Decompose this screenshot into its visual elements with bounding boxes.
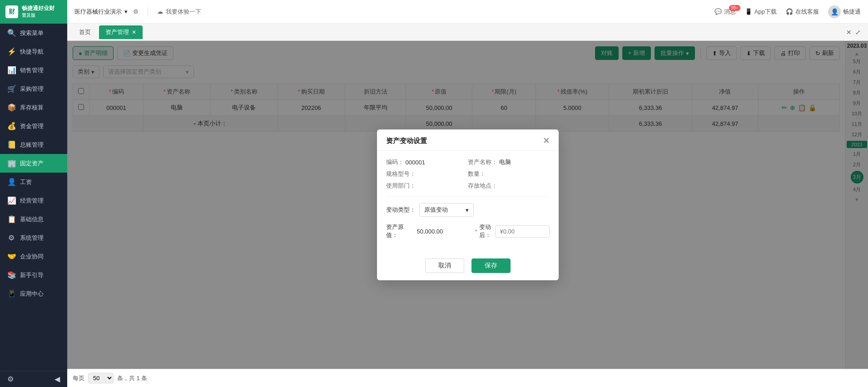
sidebar-item-ledger-label: 总账管理: [20, 141, 44, 149]
asset-icon: 🏢: [7, 159, 15, 168]
sidebar-item-appstore-label: 应用中心: [20, 290, 44, 298]
payroll-icon: 👤: [7, 178, 15, 186]
sidebar-nav: 🔍 搜索菜单 ⚡ 快捷导航 📊 销售管理 🛒 采购管理 📦 库存核算 💰 资金管…: [0, 24, 67, 371]
sidebar-item-ledger[interactable]: 📒 总账管理: [0, 135, 67, 154]
ledger-icon: 📒: [7, 140, 15, 149]
sidebar-item-asset-label: 固定资产: [20, 159, 44, 168]
sidebar: 财 畅捷通好业财 普及版 🔍 搜索菜单 ⚡ 快捷导航 📊 销售管理 🛒 采购管理…: [0, 0, 67, 387]
service-icon: 🎧: [786, 8, 793, 15]
system-icon: ⚙: [7, 233, 15, 242]
topbar-right: 💬 消息 99+ 📱 App下载 🎧 在线客服 👤 畅捷通: [714, 5, 861, 18]
message-badge: 99+: [729, 5, 740, 11]
total-count-label: 条，共 1 条: [117, 374, 147, 382]
tab-asset-label: 资产管理: [105, 28, 129, 36]
modal-footer: 取消 保存: [377, 253, 559, 280]
topbar: 医疗器械行业演示 ▾ ⚙ ☁ 我要体验一下 💬 消息 99+ 📱 App下载 🎧…: [67, 0, 868, 24]
cancel-button[interactable]: 取消: [425, 258, 464, 273]
page-footer: 每页 50 100 条，共 1 条: [67, 369, 868, 387]
modal-location-item: 存放地点：: [468, 182, 550, 190]
tab-close-icon[interactable]: ✕: [132, 29, 136, 35]
settings-bottom-icon[interactable]: ⚙: [7, 375, 14, 383]
modal-change-type-field: 变动类型： 原值变动 ▾: [386, 203, 550, 217]
company-name: 医疗器械行业演示: [74, 8, 122, 16]
change-type-dropdown-icon: ▾: [466, 207, 469, 213]
avatar: 👤: [828, 5, 841, 18]
logo-text: 畅捷通好业财 普及版: [22, 5, 55, 19]
modal-overlay: 资产变动设置 ✕ 编码： 000001 资产名称： 电脑: [67, 41, 868, 369]
finance-icon: 💰: [7, 122, 15, 130]
sidebar-logo: 财 畅捷通好业财 普及版: [0, 0, 67, 24]
change-type-label: 变动类型：: [386, 206, 416, 214]
sidebar-item-corp-label: 企业协同: [20, 253, 44, 261]
modal-info-grid: 编码： 000001 资产名称： 电脑 规格型号： 数量：: [386, 158, 550, 197]
original-value-label: 资产原值：: [386, 223, 413, 239]
download-btn[interactable]: 📱 App下载: [745, 8, 777, 16]
company-selector[interactable]: 医疗器械行业演示 ▾: [74, 8, 128, 16]
appstore-icon: 📱: [7, 289, 15, 298]
after-change-input[interactable]: [495, 225, 550, 238]
tab-asset-management[interactable]: 资产管理 ✕: [99, 25, 143, 39]
window-minimize-icon[interactable]: ✕: [844, 27, 853, 38]
message-btn[interactable]: 💬 消息 99+: [714, 8, 736, 16]
sidebar-item-finance-label: 资金管理: [20, 122, 44, 130]
sidebar-item-inventory[interactable]: 📦 库存核算: [0, 98, 67, 117]
per-page-label: 每页: [73, 374, 84, 382]
cloud-icon: ☁: [157, 8, 163, 15]
service-btn[interactable]: 🎧 在线客服: [786, 8, 819, 16]
sidebar-item-purchase[interactable]: 🛒 采购管理: [0, 79, 67, 98]
user-btn[interactable]: 👤 畅捷通: [828, 5, 861, 18]
sidebar-item-asset[interactable]: 🏢 固定资产: [0, 154, 67, 173]
purchase-icon: 🛒: [7, 84, 15, 93]
modal-asset-name-value: 电脑: [499, 158, 511, 166]
settings-icon[interactable]: ⚙: [133, 8, 139, 15]
main-area: 医疗器械行业演示 ▾ ⚙ ☁ 我要体验一下 💬 消息 99+ 📱 App下载 🎧…: [67, 0, 868, 387]
sidebar-bottom: ⚙ ◀: [0, 371, 67, 387]
window-maximize-icon[interactable]: ⤢: [853, 27, 863, 38]
modal-header: 资产变动设置 ✕: [377, 129, 559, 151]
experience-btn[interactable]: ☁ 我要体验一下: [157, 8, 201, 16]
quicknav-icon: ⚡: [7, 47, 15, 56]
sidebar-item-purchase-label: 采购管理: [20, 85, 44, 93]
modal-body: 编码： 000001 资产名称： 电脑 规格型号： 数量：: [377, 151, 559, 253]
modal-title: 资产变动设置: [386, 137, 427, 145]
sidebar-item-system-label: 系统管理: [20, 234, 44, 242]
tab-window-controls: ✕ ⤢: [844, 27, 863, 38]
sidebar-item-sales[interactable]: 📊 销售管理: [0, 61, 67, 79]
per-page-select[interactable]: 50 100: [88, 373, 114, 383]
sidebar-item-payroll[interactable]: 👤 工资: [0, 173, 67, 191]
sidebar-item-system[interactable]: ⚙ 系统管理: [0, 228, 67, 247]
sidebar-item-quicknav-label: 快捷导航: [20, 48, 44, 56]
save-button[interactable]: 保存: [471, 258, 511, 273]
tab-home[interactable]: 首页: [73, 25, 97, 39]
collapse-icon[interactable]: ◀: [55, 375, 60, 383]
modal-original-value-display: 50,000.00: [417, 226, 471, 237]
sidebar-item-sales-label: 销售管理: [20, 66, 44, 74]
modal-department-item: 使用部门：: [386, 182, 468, 190]
modal-spec-item: 规格型号：: [386, 170, 468, 178]
logo-icon: 财: [5, 5, 18, 18]
guide-icon: 📚: [7, 271, 15, 279]
sidebar-item-quicknav[interactable]: ⚡ 快捷导航: [0, 42, 67, 61]
sidebar-item-inventory-label: 库存核算: [20, 104, 44, 112]
topbar-divider: [148, 7, 148, 16]
sidebar-item-base[interactable]: 📋 基础信息: [0, 210, 67, 228]
modal-asset-name-item: 资产名称： 电脑: [468, 158, 550, 166]
sidebar-item-appstore[interactable]: 📱 应用中心: [0, 284, 67, 303]
modal-quantity-item: 数量：: [468, 170, 550, 178]
sidebar-item-corp[interactable]: 🤝 企业协同: [0, 247, 67, 266]
sidebar-item-finance[interactable]: 💰 资金管理: [0, 117, 67, 135]
sidebar-item-guide-label: 新手引导: [20, 271, 44, 279]
tabbar: 首页 资产管理 ✕ ✕ ⤢: [67, 24, 868, 41]
change-type-value: 原值变动: [424, 206, 448, 214]
sidebar-item-search-label: 搜索菜单: [20, 29, 44, 37]
sidebar-item-search[interactable]: 🔍 搜索菜单: [0, 24, 67, 42]
sidebar-item-ops[interactable]: 📈 经营管理: [0, 191, 67, 210]
sidebar-item-ops-label: 经营管理: [20, 197, 44, 205]
modal-close-btn[interactable]: ✕: [543, 136, 550, 146]
tab-home-label: 首页: [79, 28, 91, 36]
modal-original-value-field: 资产原值： 50,000.00 * 变动后：: [386, 223, 550, 239]
after-change-wrap: * 变动后：: [475, 223, 550, 239]
corp-icon: 🤝: [7, 252, 15, 261]
sidebar-item-guide[interactable]: 📚 新手引导: [0, 266, 67, 284]
change-type-select[interactable]: 原值变动 ▾: [419, 203, 474, 217]
